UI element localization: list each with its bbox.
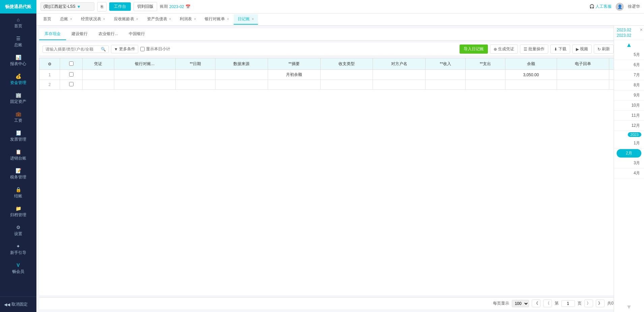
tab-close-assets[interactable]: ×	[169, 17, 171, 21]
sidebar-item-home[interactable]: ⌂ 首页	[0, 13, 36, 32]
sidebar-item-assets[interactable]: 🏢 固定资产	[0, 89, 36, 108]
tab-close-ledger[interactable]: ×	[70, 17, 72, 21]
search-input[interactable]	[46, 47, 99, 52]
sidebar-label-archive: 归档管理	[10, 212, 26, 218]
download-button[interactable]: ⬇ 下载	[550, 45, 570, 54]
down-arrow-icon[interactable]: ▼	[626, 304, 632, 311]
tab-receivable[interactable]: 应收账龄表 ×	[110, 14, 142, 25]
sub-tab-cash[interactable]: 库存现金	[39, 28, 66, 40]
tab-status[interactable]: 经营状况表 ×	[77, 14, 109, 25]
row-checkbox-2[interactable]	[60, 80, 82, 90]
date-nav-up[interactable]: ▲	[614, 40, 644, 50]
service-link[interactable]: 🎧 人工客服	[589, 4, 612, 9]
import-journal-button[interactable]: 导入日记账	[460, 45, 488, 54]
sidebar-item-invoice[interactable]: 🧾 发票管理	[0, 127, 36, 146]
up-arrow-icon[interactable]: ▲	[626, 41, 632, 49]
invoice-icon: 🧾	[16, 130, 21, 136]
tab-home[interactable]: 首页	[39, 14, 55, 25]
month-item-1[interactable]: 1月	[614, 138, 644, 148]
th-bank-no: 银行对账...	[114, 58, 175, 70]
company-selector[interactable]: (勤)江西超宝-LSS ▼	[40, 2, 94, 11]
select-all-checkbox[interactable]	[69, 61, 74, 66]
filter-button[interactable]: ▼ 更多条件	[111, 45, 138, 53]
company-dropdown-icon[interactable]: ▼	[77, 4, 81, 9]
table-row: 1 月初余额 3,050.00	[39, 70, 641, 80]
tab-close-receivable[interactable]: ×	[136, 17, 138, 21]
th-checkbox[interactable]	[60, 58, 82, 70]
month-item-4[interactable]: 4月	[614, 168, 644, 178]
sub-tab-ccb[interactable]: 建设银行	[66, 28, 93, 40]
date-panel-close-button[interactable]: ×	[640, 27, 643, 32]
page-size-select[interactable]: 100 10 20 50	[512, 300, 529, 307]
show-daily-checkbox[interactable]: 显示本日小计	[140, 46, 170, 52]
video-button[interactable]: ▶ 视频	[572, 45, 592, 54]
refresh-button[interactable]: ↻ 刷新	[594, 45, 614, 54]
sidebar-item-purchase[interactable]: 📋 进销台账	[0, 146, 36, 165]
tab-bank[interactable]: 银行对账单 ×	[201, 14, 233, 25]
row-voucher-2	[82, 80, 114, 90]
month-item-11[interactable]: 11月	[614, 111, 644, 121]
tab-close-status[interactable]: ×	[103, 17, 105, 21]
month-item-12[interactable]: 12月	[614, 121, 644, 131]
sidebar-item-archive[interactable]: 📁 归档管理	[0, 202, 36, 221]
prev-page-button[interactable]: 〈	[543, 300, 552, 307]
unpin-button[interactable]: ◀◀ 取消固定	[1, 300, 35, 309]
next-page-button[interactable]: 〉	[584, 300, 593, 307]
date-nav-down[interactable]: ▼	[614, 302, 644, 312]
headset-icon: 🎧	[589, 4, 594, 9]
sidebar-item-fund[interactable]: 💰 资金管理	[0, 70, 36, 89]
month-item-8[interactable]: 8月	[614, 80, 644, 90]
search-icon[interactable]: 🔍	[101, 47, 106, 52]
copy-icon-btn[interactable]: ⎘	[97, 2, 107, 11]
sub-tab-abc[interactable]: 农业银行...	[93, 28, 123, 40]
row-num-1: 1	[39, 70, 60, 80]
username[interactable]: 徐逻华	[628, 4, 640, 9]
sidebar-label-close: 结账	[14, 193, 22, 199]
period-display-1: 2023.02	[617, 28, 641, 32]
daily-subtotal-checkbox[interactable]	[140, 47, 145, 51]
batch-op-button[interactable]: ☰ 批量操作	[520, 45, 548, 54]
row-bank-no-2	[114, 80, 175, 90]
tab-profit[interactable]: 利润表 ×	[176, 14, 200, 25]
unpin-label: 取消固定	[11, 302, 28, 307]
row-pay-type-1	[320, 70, 373, 80]
month-item-7[interactable]: 7月	[614, 70, 644, 80]
page-number-input[interactable]	[561, 300, 575, 307]
calendar-icon[interactable]: 📅	[185, 4, 191, 9]
sidebar-label-fund: 资金管理	[10, 80, 26, 86]
sub-tab-boc[interactable]: 中国银行	[123, 28, 150, 40]
workbench-button[interactable]: 工作台	[109, 2, 131, 11]
month-item-6[interactable]: 6月	[614, 60, 644, 70]
old-version-button[interactable]: 切到旧版	[134, 2, 157, 11]
first-page-button[interactable]: 《	[532, 300, 540, 307]
last-page-button[interactable]: 》	[596, 300, 605, 307]
row-checkbox-1[interactable]	[60, 70, 82, 80]
sidebar-item-reports[interactable]: 📊 报表中心	[0, 51, 36, 70]
tab-journal[interactable]: 日记账 ×	[234, 14, 258, 25]
month-item-3[interactable]: 3月	[614, 158, 644, 168]
generate-voucher-button[interactable]: ⊕ 生成凭证	[490, 45, 518, 54]
month-item-9[interactable]: 9月	[614, 90, 644, 101]
sidebar-item-salary[interactable]: 💼 工资	[0, 108, 36, 127]
month-item-10[interactable]: 10月	[614, 101, 644, 111]
month-item-5[interactable]: 5月	[614, 50, 644, 60]
tab-close-journal[interactable]: ×	[252, 17, 254, 21]
month-item-2-active[interactable]: 2月	[617, 149, 641, 158]
ledger-icon: ☰	[16, 36, 21, 41]
tab-assets[interactable]: 资产负债表 ×	[143, 14, 175, 25]
sidebar-item-guide[interactable]: ✦ 新手引导	[0, 240, 36, 259]
home-icon: ⌂	[17, 17, 20, 22]
tab-close-bank[interactable]: ×	[227, 17, 229, 21]
table-settings-icon[interactable]: ⚙	[48, 62, 52, 66]
tab-ledger[interactable]: 总账 ×	[56, 14, 76, 25]
row-num-2: 2	[39, 80, 60, 90]
search-box[interactable]: 🔍	[42, 46, 109, 53]
tab-close-profit[interactable]: ×	[194, 17, 196, 21]
sidebar-item-close[interactable]: 🔒 结账	[0, 183, 36, 202]
th-settings[interactable]: ⚙	[39, 58, 60, 70]
sidebar-item-settings[interactable]: ⚙ 设置	[0, 221, 36, 240]
download-icon: ⬇	[554, 47, 557, 52]
sidebar-item-tax[interactable]: 📝 税务管理	[0, 165, 36, 183]
sidebar-item-member[interactable]: V 畅会员	[0, 259, 36, 278]
sidebar-item-ledger[interactable]: ☰ 总账	[0, 32, 36, 51]
